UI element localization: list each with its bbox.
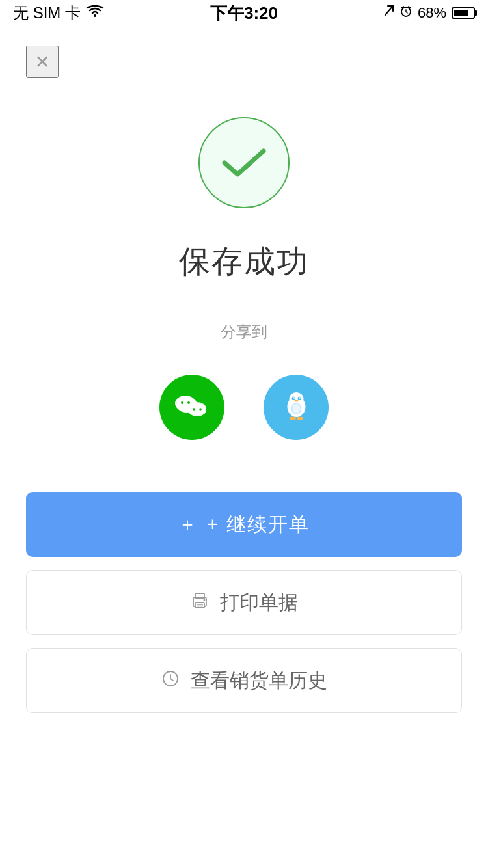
- close-button[interactable]: ×: [26, 46, 59, 78]
- success-circle: [198, 117, 290, 208]
- close-icon: ×: [35, 50, 49, 74]
- divider-right: [280, 332, 462, 332]
- svg-point-0: [94, 14, 96, 17]
- history-icon: [161, 669, 180, 693]
- share-label: 分享到: [221, 321, 267, 342]
- divider-left: [26, 332, 208, 332]
- success-title: 保存成功: [179, 241, 309, 282]
- main-content: × 保存成功 分享到: [0, 26, 488, 868]
- svg-point-8: [193, 408, 195, 411]
- history-button[interactable]: 查看销货单历史: [26, 648, 462, 713]
- print-label: 打印单据: [220, 590, 298, 616]
- action-buttons: ＋ + 继续开单 打印单据: [26, 492, 462, 713]
- status-bar: 无 SIM 卡 下午3:20: [0, 0, 488, 26]
- battery-icon: [452, 7, 475, 19]
- svg-point-16: [294, 400, 298, 401]
- alarm-icon: [400, 5, 413, 21]
- continue-button[interactable]: ＋ + 继续开单: [26, 492, 462, 557]
- wifi-icon: [86, 4, 104, 22]
- svg-point-6: [187, 401, 190, 404]
- svg-point-7: [188, 403, 206, 416]
- svg-point-15: [299, 397, 300, 398]
- status-left: 无 SIM 卡: [13, 3, 104, 23]
- wechat-share-button[interactable]: [159, 375, 224, 440]
- svg-point-26: [204, 599, 206, 601]
- svg-point-20: [292, 404, 300, 413]
- location-icon: [384, 5, 394, 21]
- svg-point-9: [199, 408, 202, 411]
- plus-icon: ＋: [178, 512, 197, 537]
- print-icon: [190, 591, 210, 615]
- svg-point-18: [297, 416, 303, 420]
- share-divider: 分享到: [26, 321, 462, 342]
- status-right: 68%: [384, 5, 475, 21]
- svg-rect-23: [195, 603, 204, 608]
- carrier-text: 无 SIM 卡: [13, 3, 81, 23]
- battery-text: 68%: [418, 5, 446, 21]
- svg-point-14: [293, 397, 294, 398]
- svg-point-17: [290, 416, 296, 420]
- share-icons: [26, 375, 462, 440]
- share-section: 分享到: [26, 321, 462, 440]
- continue-label: + 继续开单: [207, 511, 310, 538]
- qq-share-button[interactable]: [264, 375, 329, 440]
- svg-point-5: [181, 401, 183, 404]
- status-time: 下午3:20: [210, 2, 278, 25]
- history-label: 查看销货单历史: [191, 668, 327, 694]
- print-button[interactable]: 打印单据: [26, 570, 462, 635]
